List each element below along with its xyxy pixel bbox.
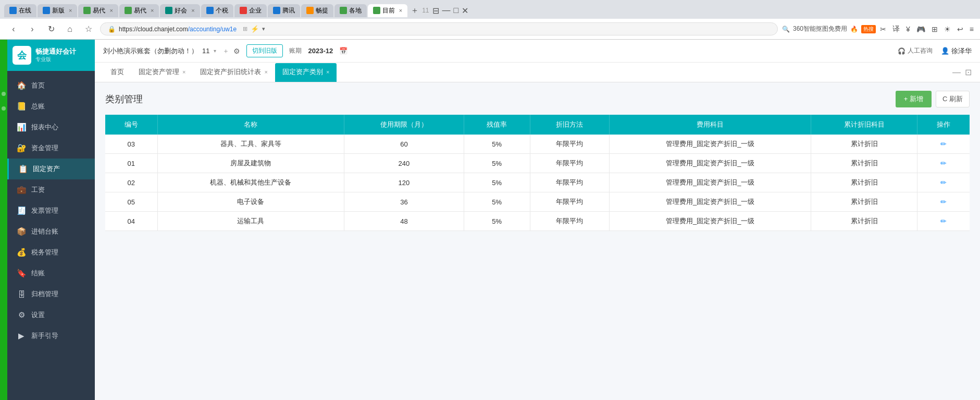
tab-label-2: 新版 [52,6,65,15]
browser-tab-6[interactable]: 个税 [201,4,233,17]
tab-close-11[interactable]: × [399,7,402,14]
sidebar-item-inventory[interactable]: 📦 进销台账 [7,221,95,242]
edit-button-4[interactable]: ✏ [940,217,947,225]
sidebar-item-archive[interactable]: 🗄 归档管理 [7,284,95,305]
edit-button-1[interactable]: ✏ [940,159,947,167]
user-dropdown-arrow[interactable]: ▾ [214,48,216,54]
sidebar-item-reports[interactable]: 📊 报表中心 [7,117,95,138]
window-collapse-button[interactable]: — [952,68,961,77]
page-tab-assets-mgmt[interactable]: 固定资产管理 × [131,63,193,82]
action-buttons: + 新增 C 刷新 [896,91,970,107]
browser-tab-1[interactable]: 在线 [4,4,36,17]
page-tab-home[interactable]: 首页 [103,63,131,82]
browser-tab-5[interactable]: 好会 × [160,4,200,17]
hot-badge: 热搜 [861,25,876,33]
browser-tab-7[interactable]: 企业 [234,4,267,17]
sidebar-item-home[interactable]: 🏠 首页 [7,75,95,96]
table-body: 03 器具、工具、家具等 60 5% 年限平均 管理费用_固定资产折旧_一级 累… [105,135,970,231]
tab-close-5[interactable]: × [191,7,194,14]
cell-months-1: 240 [344,154,464,173]
menu-icon[interactable]: ≡ [970,25,974,33]
page-tab-category[interactable]: 固定资产类别 × [275,63,337,82]
browser-tab-9[interactable]: 畅提 [301,4,333,17]
tab-close-3[interactable]: × [109,7,113,14]
bookmark-button[interactable]: ☆ [81,22,96,37]
browser-tab-10[interactable]: 各地 [334,4,367,17]
sidebar-item-salary[interactable]: 💼 工资 [7,179,95,200]
home-button[interactable]: ⌂ [63,22,77,37]
tab-category-close[interactable]: × [326,69,329,75]
table-header-row: 编号 名称 使用期限（月） 残值率 折旧方法 费用科目 累计折旧科目 操作 [105,115,970,135]
logo-text-block: 畅捷通好会计 专业版 [35,47,76,64]
user-gear-button[interactable]: ⚙ [233,47,240,55]
url-bar[interactable]: 🔒 https://cloud.chanjet.com/accounting/u… [100,22,778,35]
tab-menu-button[interactable]: ⊟ [432,6,439,16]
sidebar-item-invoice[interactable]: 🧾 发票管理 [7,200,95,221]
table-row: 03 器具、工具、家具等 60 5% 年限平均 管理费用_固定资产折旧_一级 累… [105,135,970,154]
game-icon[interactable]: 🎮 [916,25,925,33]
cell-code-3: 05 [105,192,157,212]
maximize-button[interactable]: □ [454,6,459,15]
user-info: 刘小艳演示账套（勿删勿动！） 11 ▾ ＋ ⚙ [103,46,240,56]
translate-icon[interactable]: 译 [892,25,900,34]
service-button[interactable]: 🎧 人工咨询 [898,46,933,55]
refresh-button[interactable]: C 刷新 [936,91,970,107]
tab-close-4[interactable]: × [151,7,154,14]
add-company-button[interactable]: ＋ [222,46,229,56]
browser-tab-4[interactable]: 易代 × [119,4,159,17]
sidebar-item-assets[interactable]: 📋 固定资产 [7,159,95,179]
minimize-button[interactable]: — [442,6,451,15]
cell-method-4: 年限平均 [530,212,610,231]
browser-tab-3[interactable]: 易代 × [78,4,118,17]
grid-icon[interactable]: ⊞ [932,25,938,33]
cell-months-3: 36 [344,192,464,212]
tab-icon-9 [306,7,314,14]
coin-icon[interactable]: ¥ [906,25,910,33]
url-domain: https://cloud.chanjet.com [119,26,188,33]
tab-depreciation-close[interactable]: × [264,69,267,75]
refresh-button[interactable]: ↻ [44,22,58,37]
sidebar-label-archive: 归档管理 [31,289,58,299]
tab-assets-mgmt-close[interactable]: × [182,69,185,75]
back-button[interactable]: ‹ [6,22,21,37]
user-profile-button[interactable]: 👤 徐泽华 [941,46,972,56]
sidebar-item-ledger[interactable]: 📒 总账 [7,96,95,117]
browser-tab-8[interactable]: 腾讯 [268,4,300,17]
sidebar-item-settings[interactable]: ⚙ 设置 [7,305,95,325]
add-button[interactable]: + 新增 [896,91,932,107]
edit-button-0[interactable]: ✏ [940,140,947,148]
page-tab-depreciation[interactable]: 固定资产折旧统计表 × [193,63,275,82]
sun-icon[interactable]: ☀ [944,25,951,33]
window-expand-button[interactable]: ⊡ [965,67,972,77]
close-window-button[interactable]: ✕ [462,6,468,16]
tab-icon-7 [240,7,247,14]
edit-button-2[interactable]: ✏ [940,178,947,187]
tab-icon-1 [9,7,17,14]
cell-action-4: ✏ [917,212,970,231]
switch-version-button[interactable]: 切到旧版 [246,44,283,57]
tab-close-2[interactable]: × [69,7,72,14]
cell-residual-2: 5% [464,173,530,192]
forward-button[interactable]: › [25,22,40,37]
sidebar-item-checkout[interactable]: 🔖 结账 [7,263,95,284]
cell-residual-0: 5% [464,135,530,154]
calendar-icon[interactable]: 📅 [339,47,348,55]
edit-button-3[interactable]: ✏ [940,198,947,206]
cell-action-1: ✏ [917,154,970,173]
browser-tab-11[interactable]: 目前 × [368,4,407,17]
sidebar-item-guide[interactable]: ▶ 新手引导 [7,325,95,346]
address-bar: ‹ › ↻ ⌂ ☆ 🔒 https://cloud.chanjet.com/ac… [0,19,980,40]
user-display-name: 徐泽华 [951,46,972,56]
scissors-icon[interactable]: ✂ [880,25,886,33]
browser-tab-2[interactable]: 新版 × [38,4,77,17]
col-residual: 残值率 [464,115,530,135]
new-tab-button[interactable]: ＋ [411,5,419,16]
cell-expense-0: 管理费用_固定资产折旧_一级 [610,135,811,154]
sidebar-label-funds: 资金管理 [31,143,58,153]
invoice-icon: 🧾 [17,206,26,215]
cell-name-3: 电子设备 [157,192,344,212]
sidebar-item-funds[interactable]: 🔐 资金管理 [7,138,95,159]
sidebar-label-reports: 报表中心 [31,123,58,132]
sidebar-item-tax[interactable]: 💰 税务管理 [7,242,95,263]
undo-icon[interactable]: ↩ [957,25,963,33]
